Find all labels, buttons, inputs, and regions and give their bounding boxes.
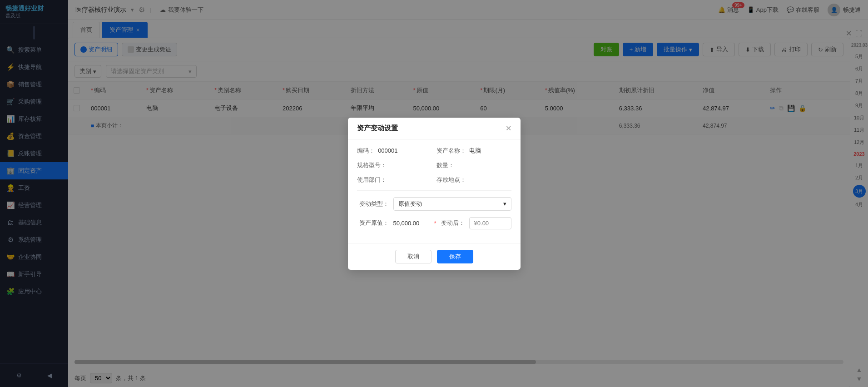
modal-dept-field: 使用部门： [357,176,432,184]
modal-name-field: 资产名称： 电脑 [436,147,511,155]
modal-overlay: 资产变动设置 ✕ 编码： 000001 资产名称： 电脑 规格型号： [0,0,868,387]
modal-body: 编码： 000001 资产名称： 电脑 规格型号： 数量： [348,139,521,243]
modal-original-value: 50,000.00 [393,220,430,227]
modal-values-row: 资产原值： 50,000.00 * 变动后： [357,217,511,229]
modal-title: 资产变动设置 [357,124,398,133]
modal-change-type-row: 变动类型： 原值变动 ▾ [357,197,511,211]
modal-quantity-field: 数量： [436,161,511,169]
modal-close-btn[interactable]: ✕ [506,124,511,133]
modal-header: 资产变动设置 ✕ [348,118,521,139]
modal-code-value: 000001 [378,147,397,154]
after-value-input[interactable] [474,220,506,227]
after-value-input-wrapper[interactable] [469,217,511,229]
cancel-btn[interactable]: 取消 [395,250,432,263]
asset-change-modal: 资产变动设置 ✕ 编码： 000001 资产名称： 电脑 规格型号： [348,118,521,270]
modal-spec-field: 规格型号： [357,161,432,169]
change-type-select[interactable]: 原值变动 ▾ [393,197,511,211]
save-btn[interactable]: 保存 [437,250,473,263]
change-type-arrow: ▾ [503,200,506,207]
modal-footer: 取消 保存 [348,243,521,270]
modal-info-row-2: 规格型号： 数量： [357,161,511,169]
modal-info-row-1: 编码： 000001 资产名称： 电脑 [357,147,511,155]
modal-divider [357,190,511,191]
required-star: * [434,220,436,227]
modal-location-field: 存放地点： [436,176,511,184]
modal-code-field: 编码： 000001 [357,147,432,155]
modal-info-row-3: 使用部门： 存放地点： [357,176,511,184]
modal-name-value: 电脑 [469,147,481,154]
